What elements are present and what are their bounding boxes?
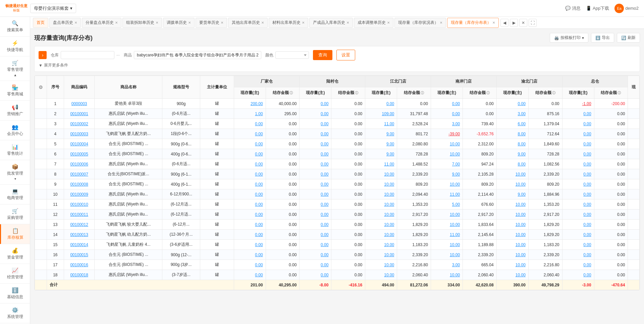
cell-total-qty[interactable]: 0.00: [562, 210, 594, 220]
cell-code[interactable]: 00100008: [64, 179, 95, 189]
warehouse-dots[interactable]: ···: [116, 53, 120, 57]
tab-home[interactable]: 首页: [33, 18, 48, 28]
tab-assembly[interactable]: 组装拆卸单历史 ✕: [122, 18, 162, 28]
expand-conditions-btn[interactable]: ▼ 展开更多条件: [39, 62, 636, 68]
cell-jiangbei-qty[interactable]: 10.00: [365, 210, 397, 220]
cell-total-qty[interactable]: -1.00: [562, 99, 594, 109]
cell-nanan-qty[interactable]: 3.00: [431, 119, 463, 129]
sidebar-item-retail-mall[interactable]: 🏪 零售商城: [0, 81, 30, 101]
sidebar-item-purchase[interactable]: 🛒 采购管理: [0, 204, 30, 224]
cell-factory-qty[interactable]: 0.00: [234, 230, 266, 240]
cell-jiangbei-qty[interactable]: 11.00: [365, 159, 397, 169]
cell-nanan-qty[interactable]: 10.00: [431, 179, 463, 189]
cell-factory-qty[interactable]: 0.00: [234, 220, 266, 230]
cell-jiangbei-qty[interactable]: 11.00: [365, 119, 397, 129]
cell-jiangbei-qty[interactable]: 10.00: [365, 270, 397, 280]
tab-fullscreen[interactable]: ⛶: [529, 19, 537, 27]
cell-nanan-qty[interactable]: 11.00: [431, 189, 463, 199]
cell-factory-qty[interactable]: 0.00: [234, 189, 266, 199]
tab-close-icon-7[interactable]: ✕: [302, 21, 305, 25]
total-amt-info-icon[interactable]: ⓘ: [618, 91, 621, 95]
cell-lvcun-qty[interactable]: 0.00: [300, 230, 331, 240]
cell-yubei-qty[interactable]: 10.00: [496, 230, 528, 240]
cell-nanan-qty[interactable]: -39.00: [431, 129, 463, 139]
cell-total-qty[interactable]: 0.00: [562, 230, 594, 240]
cell-yubei-qty[interactable]: 10.00: [496, 260, 528, 270]
cell-lvcun-qty[interactable]: 0.00: [300, 129, 331, 139]
setting-btn[interactable]: 设置: [336, 50, 355, 60]
cell-code[interactable]: 00100001: [64, 109, 95, 119]
cell-yubei-qty[interactable]: 3.00: [496, 109, 528, 119]
cell-total-qty[interactable]: 0.00: [562, 250, 594, 260]
cell-factory-qty[interactable]: 0.00: [234, 240, 266, 250]
cell-nanan-qty[interactable]: 10.00: [431, 149, 463, 159]
sidebar-item-quicknav[interactable]: ⚡ 快捷导航: [0, 37, 30, 56]
cell-code[interactable]: 00100002: [64, 119, 95, 129]
tab-cost-adj[interactable]: 成本调整单历史 ✕: [354, 18, 393, 28]
cell-factory-qty[interactable]: 0.00: [234, 250, 266, 260]
cell-yubei-qty[interactable]: 10.00: [496, 270, 528, 280]
cell-yubei-qty[interactable]: 10.00: [496, 240, 528, 250]
sidebar-item-retail-stats[interactable]: 📊 零售统计: [0, 140, 30, 160]
sidebar-item-system[interactable]: ⚙️ 系统管理: [0, 304, 30, 323]
tab-material-out[interactable]: 材料出库单历史 ✕: [269, 18, 308, 28]
cell-factory-qty[interactable]: 0.00: [234, 169, 266, 179]
cell-yubei-qty[interactable]: 9.00: [496, 189, 528, 199]
cell-nanan-qty[interactable]: 0.00: [431, 99, 463, 109]
cell-nanan-qty[interactable]: 9.00: [431, 169, 463, 179]
tab-product-in[interactable]: 产成品入库单历史 ✕: [309, 18, 353, 28]
cell-factory-qty[interactable]: 0.00: [234, 159, 266, 169]
tab-stock-dist[interactable]: 现存量（库存分布表） ✕: [447, 18, 499, 28]
cell-jiangbei-qty[interactable]: 9.00: [365, 139, 397, 149]
cell-jiangbei-qty[interactable]: 109.00: [365, 109, 397, 119]
cell-yubei-qty[interactable]: 10.00: [496, 210, 528, 220]
tab-nav-prev[interactable]: ◀: [500, 19, 508, 27]
filter-toggle-btn[interactable]: ›: [39, 51, 47, 59]
cell-lvcun-qty[interactable]: 0.00: [300, 240, 331, 250]
cell-nanan-qty[interactable]: 7.00: [431, 159, 463, 169]
cell-total-qty[interactable]: 0.00: [562, 189, 594, 199]
cell-total-qty[interactable]: 0.00: [562, 139, 594, 149]
cell-lvcun-qty[interactable]: 0.00: [300, 270, 331, 280]
cell-yubei-qty[interactable]: 0.00: [496, 99, 528, 109]
tab-close-icon-11[interactable]: ✕: [492, 21, 495, 25]
cell-code[interactable]: 00100015: [64, 250, 95, 260]
tab-stock-status[interactable]: 现存量（库存状况表） ✕: [394, 18, 446, 28]
cell-jiangbei-qty[interactable]: 10.00: [365, 220, 397, 230]
cell-yubei-qty[interactable]: 10.00: [496, 169, 528, 179]
cell-yubei-qty[interactable]: 10.00: [496, 220, 528, 230]
cell-lvcun-qty[interactable]: 0.00: [300, 220, 331, 230]
sidebar-item-operations[interactable]: 📈 经营管理: [0, 264, 30, 284]
cell-lvcun-qty[interactable]: 0.00: [300, 210, 331, 220]
goods-input[interactable]: [134, 51, 261, 59]
cell-code[interactable]: 00100005: [64, 149, 95, 159]
cell-code[interactable]: 00100018: [64, 270, 95, 280]
cell-lvcun-qty[interactable]: 0.00: [300, 189, 331, 199]
factory-amt-info-icon[interactable]: ⓘ: [289, 91, 293, 95]
cell-total-qty[interactable]: 0.00: [562, 260, 594, 270]
cell-factory-qty[interactable]: 0.00: [234, 149, 266, 159]
cell-lvcun-qty[interactable]: 0.00: [300, 250, 331, 260]
cell-factory-qty[interactable]: 200.00: [234, 99, 266, 109]
cell-lvcun-qty[interactable]: 0.00: [300, 159, 331, 169]
cell-factory-qty[interactable]: 0.00: [234, 270, 266, 280]
cell-code[interactable]: 00100003: [64, 129, 95, 139]
cell-nanan-qty[interactable]: 0.00: [431, 109, 463, 119]
cell-total-qty[interactable]: 0.00: [562, 119, 594, 129]
cell-code[interactable]: 00100011: [64, 210, 95, 220]
cell-jiangbei-qty[interactable]: 10.00: [365, 250, 397, 260]
cell-total-qty[interactable]: 0.00: [562, 179, 594, 189]
cell-total-qty[interactable]: 0.00: [562, 149, 594, 159]
sidebar-item-finance[interactable]: 💰 资金管理: [0, 244, 30, 264]
tab-close-icon-10[interactable]: ✕: [440, 21, 442, 25]
color-select[interactable]: [275, 51, 309, 59]
tab-order[interactable]: 要货单历史 ✕: [196, 18, 227, 28]
cell-factory-qty[interactable]: 0.00: [234, 260, 266, 270]
cell-total-qty[interactable]: 0.00: [562, 159, 594, 169]
cell-jiangbei-qty[interactable]: 10.00: [365, 169, 397, 179]
cell-code[interactable]: 00100010: [64, 199, 95, 210]
message-btn[interactable]: 💬 消息: [565, 5, 581, 11]
cell-total-qty[interactable]: 0.00: [562, 240, 594, 250]
cell-code[interactable]: 00100006: [64, 159, 95, 169]
cell-jiangbei-qty[interactable]: 9.00: [365, 149, 397, 159]
